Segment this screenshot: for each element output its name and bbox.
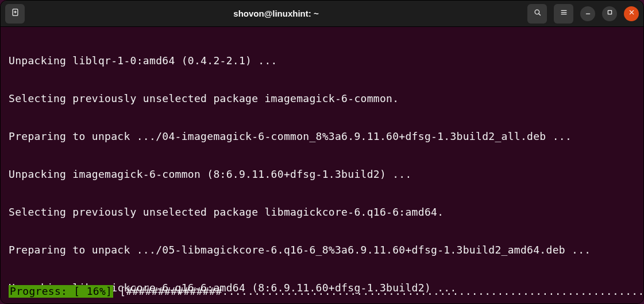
svg-line-4 bbox=[538, 14, 540, 15]
minimize-button[interactable] bbox=[580, 6, 595, 21]
titlebar: shovon@linuxhint: ~ bbox=[1, 1, 643, 27]
new-tab-button[interactable] bbox=[5, 4, 25, 24]
output-line: Preparing to unpack .../05-libmagickcore… bbox=[9, 244, 635, 256]
terminal-output[interactable]: Unpacking liblqr-1-0:amd64 (0.4.2-2.1) .… bbox=[1, 27, 643, 303]
new-tab-icon bbox=[11, 7, 20, 20]
output-line: Unpacking imagemagick-6-common (8:6.9.11… bbox=[9, 168, 635, 181]
maximize-button[interactable] bbox=[602, 6, 617, 21]
menu-button[interactable] bbox=[554, 4, 573, 24]
output-line: Selecting previously unselected package … bbox=[9, 92, 635, 105]
output-line: Unpacking liblqr-1-0:amd64 (0.4.2-2.1) .… bbox=[9, 54, 635, 67]
svg-rect-9 bbox=[608, 10, 611, 14]
hamburger-icon bbox=[560, 7, 568, 20]
progress-label: Progress: [ 16%] bbox=[9, 285, 113, 298]
progress-bar: [###############........................… bbox=[113, 285, 643, 298]
close-button[interactable] bbox=[624, 6, 639, 21]
terminal-window: shovon@linuxhint: ~ bbox=[0, 0, 644, 304]
output-line: Preparing to unpack .../04-imagemagick-6… bbox=[9, 130, 635, 143]
search-button[interactable] bbox=[527, 4, 547, 24]
close-icon bbox=[627, 7, 636, 20]
window-title: shovon@linuxhint: ~ bbox=[233, 9, 318, 18]
minimize-icon bbox=[584, 7, 592, 20]
maximize-icon bbox=[606, 7, 614, 20]
search-icon bbox=[533, 7, 542, 20]
output-line: Selecting previously unselected package … bbox=[9, 206, 635, 219]
progress-row: Progress: [ 16%] [###############.......… bbox=[1, 285, 643, 298]
